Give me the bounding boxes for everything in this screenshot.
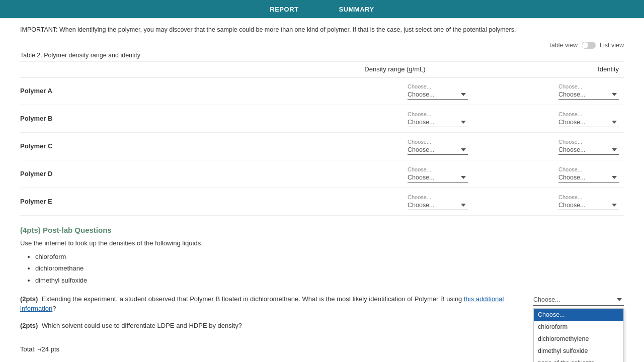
table-row: Polymer A Choose... Choose... Choose... … [20, 77, 624, 105]
q1-option-dichloromethylene[interactable]: dichloromethylene [534, 333, 623, 345]
density-d-label: Choose... [408, 166, 431, 172]
top-navigation: REPORT SUMMARY [0, 0, 644, 18]
q1-option-chloroform[interactable]: chloroform [534, 321, 623, 333]
question-2-body: Which solvent could use to differentiate… [42, 322, 242, 329]
list-item: chloroform [35, 251, 624, 262]
density-b-label: Choose... [408, 111, 431, 117]
view-toggle-switch[interactable] [582, 42, 596, 49]
polymer-d-identity-dropdown[interactable]: Choose... [558, 173, 619, 183]
polymer-c-density-dropdown[interactable]: Choose... [408, 145, 468, 155]
polymer-d-density-cell: Choose... Choose... [322, 160, 473, 188]
polymer-a-identity-dropdown[interactable]: Choose... [558, 90, 619, 100]
question-1-pts: (2pts) [20, 295, 38, 303]
nav-report[interactable]: REPORT [265, 6, 303, 13]
polymer-b-density-cell: Choose... Choose... [322, 105, 473, 132]
q1-option-dimethyl[interactable]: dimethyl sulfoxide [534, 345, 623, 357]
table-row: Polymer E Choose... Choose... Choose... … [20, 188, 624, 215]
postlab-heading: (4pts) Post-lab Questions [20, 226, 624, 234]
polymer-e-density-cell: Choose... Choose... [322, 188, 473, 215]
polymer-d-identity-cell: Choose... Choose... [473, 160, 624, 188]
density-c-label: Choose... [408, 139, 431, 145]
density-a-label: Choose... [408, 83, 431, 89]
liquid-list: chloroform dichloromethane dimethyl sulf… [35, 251, 624, 286]
view-toggle-row: Table view List view [20, 42, 624, 49]
table-row: Polymer B Choose... Choose... Choose... … [20, 105, 624, 132]
polymer-e-label: Polymer E [20, 188, 322, 215]
polymer-e-identity-cell: Choose... Choose... [473, 188, 624, 215]
polymer-d-density-dropdown[interactable]: Choose... [408, 173, 468, 183]
identity-c-label: Choose... [558, 139, 582, 145]
polymer-e-identity-dropdown[interactable]: Choose... [558, 201, 619, 210]
polymer-d-label: Polymer D [20, 160, 322, 188]
list-item: dimethyl sulfoxide [35, 275, 624, 286]
question-1-row: (2pts) Extending the experiment, a stude… [20, 294, 624, 314]
important-notice: IMPORTANT: When identifying the polymer,… [20, 25, 624, 35]
identity-b-label: Choose... [558, 111, 582, 117]
col-header-identity: Identity [473, 61, 624, 77]
polymer-e-density-dropdown[interactable]: Choose... [408, 201, 468, 210]
nav-summary[interactable]: SUMMARY [334, 6, 379, 13]
q1-dropdown-trigger[interactable]: Choose... [533, 294, 624, 306]
table-row: Polymer C Choose... Choose... Choose... … [20, 132, 624, 160]
table-heading: Table 2. Polymer density range and ident… [20, 52, 624, 61]
polymer-a-density-dropdown[interactable]: Choose... [408, 90, 468, 100]
col-header-polymer [20, 61, 322, 77]
question-1-answer: Choose... Choose... chloroform dichlorom… [533, 294, 624, 306]
polymer-b-identity-dropdown[interactable]: Choose... [558, 118, 619, 127]
q1-dropdown-container: Choose... Choose... chloroform dichlorom… [533, 294, 624, 306]
table-row: Polymer D Choose... Choose... Choose... … [20, 160, 624, 188]
col-header-density: Density range (g/mL) [322, 61, 473, 77]
list-view-label: List view [600, 42, 624, 49]
polymer-b-identity-cell: Choose... Choose... [473, 105, 624, 132]
question-1-link[interactable]: this additional information [20, 295, 504, 313]
q1-option-choose[interactable]: Choose... [534, 309, 623, 321]
polymer-b-label: Polymer B [20, 105, 322, 132]
identity-e-label: Choose... [558, 194, 582, 200]
polymer-a-density-cell: Choose... Choose... [322, 77, 473, 105]
density-e-label: Choose... [408, 194, 431, 200]
identity-d-label: Choose... [558, 166, 582, 172]
question-2-text: (2pts) Which solvent could use to differ… [20, 321, 528, 331]
polymer-a-identity-cell: Choose... Choose... [473, 77, 624, 105]
polymer-c-identity-dropdown[interactable]: Choose... [558, 145, 619, 155]
main-content: IMPORTANT: When identifying the polymer,… [0, 18, 644, 362]
polymer-c-density-cell: Choose... Choose... [322, 132, 473, 160]
q1-option-none[interactable]: none of the solvents [534, 357, 623, 362]
question-2-pts: (2pts) [20, 322, 38, 329]
polymer-c-identity-cell: Choose... Choose... [473, 132, 624, 160]
q1-dropdown-menu: Choose... chloroform dichloromethylene d… [533, 308, 624, 362]
postlab-instruction: Use the internet to look up the densitie… [20, 239, 624, 247]
list-item: dichloromethane [35, 262, 624, 274]
polymer-table: Density range (g/mL) Identity Polymer A … [20, 61, 624, 216]
question-1-body: Extending the experiment, a student obse… [20, 295, 504, 313]
total-label: Total: -/24 pts [20, 345, 59, 353]
polymer-b-density-dropdown[interactable]: Choose... [408, 118, 468, 127]
polymer-a-label: Polymer A [20, 77, 322, 105]
polymer-c-label: Polymer C [20, 132, 322, 160]
question-1-text: (2pts) Extending the experiment, a stude… [20, 294, 528, 314]
identity-a-label: Choose... [558, 83, 582, 89]
table-view-label: Table view [548, 42, 578, 49]
